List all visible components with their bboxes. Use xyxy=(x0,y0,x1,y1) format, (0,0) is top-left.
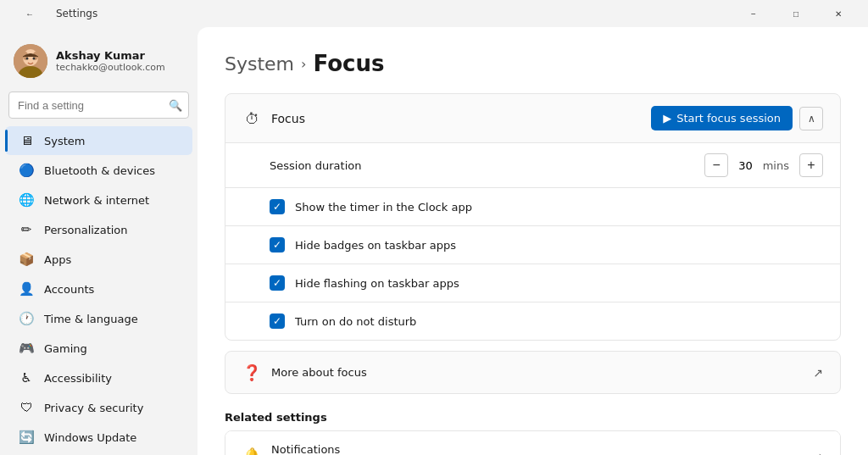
time-label: Time & language xyxy=(44,313,138,325)
notif-title: Notifications xyxy=(271,443,496,455)
related-settings-header: Related settings xyxy=(225,411,841,424)
close-button[interactable]: ✕ xyxy=(819,0,858,27)
checkbox-label-timer: Show the timer in the Clock app xyxy=(295,201,472,214)
related-section: 🔔 Notifications Alerts from apps and sys… xyxy=(225,430,841,455)
play-icon: ▶ xyxy=(663,112,671,125)
bluetooth-icon: 🔵 xyxy=(19,163,34,178)
breadcrumb-separator: › xyxy=(301,56,306,72)
personalization-label: Personalization xyxy=(44,224,128,236)
more-focus-icon: ❓ xyxy=(242,363,261,381)
session-value: 30 xyxy=(738,159,753,172)
checkbox-row-badges: ✓Hide badges on taskbar apps xyxy=(225,225,840,264)
notif-text: Notifications Alerts from apps and syste… xyxy=(271,443,496,455)
checkbox-row-flashing: ✓Hide flashing on taskbar apps xyxy=(225,264,840,302)
sidebar-item-gaming[interactable]: 🎮Gaming xyxy=(5,334,192,363)
titlebar-left: ← Settings xyxy=(10,0,97,27)
nav-list: 🖥System🔵Bluetooth & devices🌐Network & in… xyxy=(0,125,198,452)
accessibility-label: Accessibility xyxy=(44,372,112,385)
sidebar-item-bluetooth[interactable]: 🔵Bluetooth & devices xyxy=(5,156,192,185)
session-increase-button[interactable]: + xyxy=(799,153,823,177)
sidebar-item-personalization[interactable]: ✏️Personalization xyxy=(5,215,192,244)
apps-label: Apps xyxy=(44,253,71,266)
start-focus-label: Start focus session xyxy=(676,112,781,125)
maximize-button[interactable]: □ xyxy=(776,0,815,27)
breadcrumb: System › Focus xyxy=(225,51,841,76)
personalization-icon: ✏️ xyxy=(19,222,34,237)
privacy-label: Privacy & security xyxy=(44,402,143,414)
session-decrease-button[interactable]: − xyxy=(704,153,728,177)
notification-icon: 🔔 xyxy=(242,447,261,455)
notif-left: 🔔 Notifications Alerts from apps and sys… xyxy=(242,443,496,455)
user-name: Akshay Kumar xyxy=(56,49,165,62)
checkbox-list: ✓Show the timer in the Clock app✓Hide ba… xyxy=(225,187,840,340)
accessibility-icon: ♿ xyxy=(19,370,34,386)
focus-label: Focus xyxy=(271,112,305,125)
search-input[interactable] xyxy=(8,92,189,119)
user-profile: Akshay Kumar techakko@outlook.com xyxy=(0,34,198,92)
sidebar-item-system[interactable]: 🖥System xyxy=(5,126,192,155)
network-icon: 🌐 xyxy=(19,192,34,208)
session-controls: − 30 mins + xyxy=(704,153,823,177)
minimize-button[interactable]: − xyxy=(734,0,773,27)
focus-header: ⏱ Focus ▶ Start focus session ∧ xyxy=(225,94,840,142)
more-focus-label: More about focus xyxy=(271,366,367,379)
arrow-annotation xyxy=(225,433,225,456)
checkbox-row-disturb: ✓Turn on do not disturb xyxy=(225,302,840,340)
system-label: System xyxy=(44,135,85,147)
sidebar-item-privacy[interactable]: 🛡Privacy & security xyxy=(5,393,192,422)
session-duration-row: Session duration − 30 mins + xyxy=(225,142,840,187)
checkbox-flashing[interactable]: ✓ xyxy=(270,275,285,291)
gaming-label: Gaming xyxy=(44,342,87,355)
back-button[interactable]: ← xyxy=(10,0,49,27)
checkbox-badges[interactable]: ✓ xyxy=(270,237,285,252)
start-focus-button[interactable]: ▶ Start focus session xyxy=(651,106,793,130)
svg-point-5 xyxy=(26,58,29,60)
svg-point-6 xyxy=(33,58,36,60)
sidebar: Akshay Kumar techakko@outlook.com 🔍 🖥Sys… xyxy=(0,27,198,455)
sidebar-item-update[interactable]: 🔄Windows Update xyxy=(5,423,192,452)
avatar xyxy=(14,44,47,78)
checkbox-timer[interactable]: ✓ xyxy=(270,199,285,214)
search-box: 🔍 xyxy=(8,92,189,119)
notifications-row[interactable]: 🔔 Notifications Alerts from apps and sys… xyxy=(225,431,840,455)
titlebar: ← Settings − □ ✕ xyxy=(0,0,868,27)
more-row-left: ❓ More about focus xyxy=(242,363,367,381)
chevron-right-icon: › xyxy=(818,449,823,456)
apps-icon: 📦 xyxy=(19,252,34,267)
sidebar-item-time[interactable]: 🕐Time & language xyxy=(5,304,192,333)
sidebar-item-apps[interactable]: 📦Apps xyxy=(5,245,192,274)
user-info: Akshay Kumar techakko@outlook.com xyxy=(56,49,165,73)
collapse-button[interactable]: ∧ xyxy=(799,107,823,130)
user-email: techakko@outlook.com xyxy=(56,62,165,73)
checkbox-disturb[interactable]: ✓ xyxy=(270,314,285,329)
checkbox-label-flashing: Hide flashing on taskbar apps xyxy=(295,277,459,290)
session-label: Session duration xyxy=(270,159,361,172)
collapse-icon: ∧ xyxy=(808,113,815,125)
accounts-label: Accounts xyxy=(44,283,94,296)
session-unit: mins xyxy=(763,159,789,172)
sidebar-item-accounts[interactable]: 👤Accounts xyxy=(5,275,192,303)
sidebar-item-accessibility[interactable]: ♿Accessibility xyxy=(5,363,192,392)
checkbox-label-disturb: Turn on do not disturb xyxy=(295,315,416,328)
app-title: Settings xyxy=(56,8,97,19)
update-icon: 🔄 xyxy=(19,430,34,445)
focus-header-right: ▶ Start focus session ∧ xyxy=(651,106,823,130)
privacy-icon: 🛡 xyxy=(19,400,34,415)
gaming-icon: 🎮 xyxy=(19,341,34,356)
time-icon: 🕐 xyxy=(19,311,34,326)
accounts-icon: 👤 xyxy=(19,281,34,297)
breadcrumb-current: Focus xyxy=(313,51,384,76)
app-container: Akshay Kumar techakko@outlook.com 🔍 🖥Sys… xyxy=(0,27,868,455)
more-about-focus-row[interactable]: ❓ More about focus ↗ xyxy=(225,351,841,394)
focus-section: ⏱ Focus ▶ Start focus session ∧ Session … xyxy=(225,93,841,341)
system-icon: 🖥 xyxy=(19,133,34,148)
search-icon: 🔍 xyxy=(169,99,182,112)
checkbox-label-badges: Hide badges on taskbar apps xyxy=(295,239,456,252)
external-link-icon: ↗ xyxy=(813,366,823,380)
update-label: Windows Update xyxy=(44,431,136,444)
network-label: Network & internet xyxy=(44,194,149,207)
sidebar-item-network[interactable]: 🌐Network & internet xyxy=(5,186,192,214)
breadcrumb-parent: System xyxy=(225,53,294,75)
bluetooth-label: Bluetooth & devices xyxy=(44,164,155,177)
focus-header-left: ⏱ Focus xyxy=(242,109,305,128)
